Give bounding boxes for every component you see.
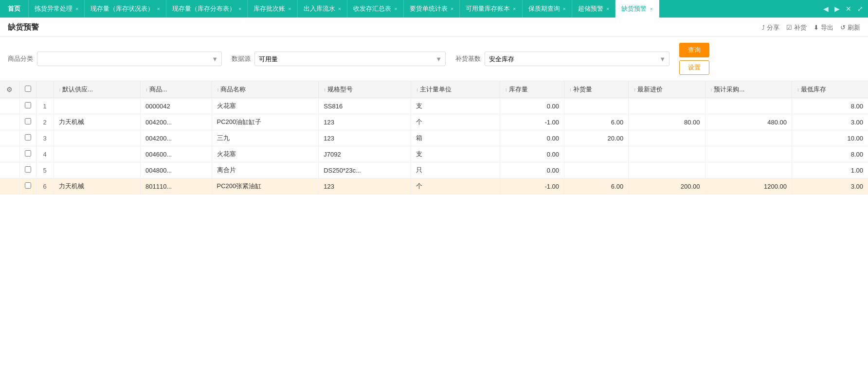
tab-batch-account[interactable]: 库存批次账×: [248, 0, 297, 18]
tab-close-recv-summary[interactable]: ×: [394, 6, 397, 12]
tab-close-inout-flow[interactable]: ×: [338, 6, 341, 12]
tab-close-all-btn[interactable]: ✕: [843, 3, 854, 15]
tab-inout-flow[interactable]: 出入库流水×: [298, 0, 347, 18]
tab-label-home: 首页: [8, 4, 20, 13]
td-settings-4: [0, 162, 19, 178]
tab-close-inventory-status[interactable]: ×: [157, 6, 160, 12]
datasource-label: 数据源: [232, 54, 251, 63]
tab-close-overstock[interactable]: ×: [606, 6, 609, 12]
tab-close-demand-stat[interactable]: ×: [451, 6, 453, 12]
td-unit-0: 支: [411, 98, 500, 114]
row-checkbox-0[interactable]: [25, 102, 31, 108]
table-header: ⚙ 默认供应... 商品... 商品名称 规格型号 主计量单位 库存量 补货量 …: [0, 81, 868, 98]
td-latest-price-5: 200.00: [629, 178, 705, 194]
td-stock-1: -1.00: [500, 114, 564, 130]
tab-label-shortage: 缺货预警: [621, 4, 647, 13]
share-btn[interactable]: ⤴ 分享: [762, 23, 779, 32]
td-rownum-1: 2: [36, 114, 54, 130]
th-product-code[interactable]: 商品...: [141, 81, 212, 98]
td-min-stock-1: 3.00: [792, 114, 868, 130]
td-checkbox-2: [19, 130, 36, 146]
td-rownum-2: 3: [36, 130, 54, 146]
tab-inventory-dist[interactable]: 现存量（库存分布表）×: [166, 0, 248, 18]
th-checkbox: [19, 81, 36, 98]
replenish-base-select[interactable]: 安全库存: [485, 52, 669, 66]
category-select[interactable]: [37, 52, 222, 66]
td-unit-5: 个: [411, 178, 500, 194]
td-code-3: 004600...: [141, 146, 212, 162]
table-row: 2 力天机械 004200... PC200油缸缸子 123 个 -1.00 6…: [0, 114, 868, 130]
select-all-checkbox[interactable]: [25, 86, 31, 92]
tab-home[interactable]: 首页: [0, 0, 29, 18]
tab-overstock[interactable]: 超储预警×: [572, 0, 615, 18]
refresh-btn[interactable]: ↺ 刷新: [840, 23, 860, 32]
td-spec-5: 123: [319, 178, 411, 194]
tab-label-available-ledger: 可用量库存账本: [466, 4, 510, 13]
tab-close-inventory-dist[interactable]: ×: [238, 6, 241, 12]
th-replenish[interactable]: 补货量: [564, 81, 629, 98]
tab-label-inventory-dist: 现存量（库存分布表）: [172, 4, 235, 13]
settings-button[interactable]: 设置: [679, 60, 709, 75]
td-checkbox-0: [19, 98, 36, 114]
row-checkbox-3[interactable]: [25, 150, 31, 157]
tab-exception[interactable]: 拣货异常处理×: [29, 0, 85, 18]
td-latest-price-3: [629, 146, 705, 162]
tab-shortage[interactable]: 缺货预警×: [615, 0, 659, 18]
td-name-0: 火花塞: [212, 98, 319, 114]
td-supplier-5: 力天机械: [54, 178, 141, 194]
tab-close-exception[interactable]: ×: [75, 6, 78, 12]
tab-bar: 首页拣货异常处理×现存量（库存状况表）×现存量（库存分布表）×库存批次账×出入库…: [0, 0, 868, 18]
tab-close-expiry-query[interactable]: ×: [563, 6, 566, 12]
tab-label-expiry-query: 保质期查询: [528, 4, 560, 13]
th-est-purchase[interactable]: 预计采购...: [705, 81, 792, 98]
row-checkbox-2[interactable]: [25, 134, 31, 141]
td-settings-0: [0, 98, 19, 114]
category-select-wrapper: ▼: [37, 52, 222, 66]
export-btn[interactable]: ⬇ 导出: [814, 23, 833, 32]
td-code-4: 004800...: [141, 162, 212, 178]
tab-expand-btn[interactable]: ⤢: [854, 3, 866, 15]
row-checkbox-5[interactable]: [25, 182, 31, 189]
tab-expiry-query[interactable]: 保质期查询×: [523, 0, 572, 18]
tab-available-ledger[interactable]: 可用量库存账本×: [460, 0, 522, 18]
datasource-select[interactable]: 可用量: [254, 52, 446, 66]
th-unit[interactable]: 主计量单位: [411, 81, 500, 98]
td-spec-2: 123: [319, 130, 411, 146]
td-settings-2: [0, 130, 19, 146]
td-est-purchase-5: 1200.00: [705, 178, 792, 194]
th-stock[interactable]: 库存量: [500, 81, 564, 98]
tab-label-recv-summary: 收发存汇总表: [353, 4, 391, 13]
tab-recv-summary[interactable]: 收发存汇总表×: [347, 0, 403, 18]
replenish-btn[interactable]: ☑ 补货: [786, 23, 807, 32]
td-rownum-5: 6: [36, 178, 54, 194]
row-checkbox-4[interactable]: [25, 166, 31, 173]
data-table: ⚙ 默认供应... 商品... 商品名称 规格型号 主计量单位 库存量 补货量 …: [0, 81, 868, 194]
th-product-name[interactable]: 商品名称: [212, 81, 319, 98]
th-latest-price[interactable]: 最新进价: [629, 81, 705, 98]
tab-inventory-status[interactable]: 现存量（库存状况表）×: [85, 0, 166, 18]
tab-close-shortage[interactable]: ×: [650, 6, 652, 12]
td-stock-5: -1.00: [500, 178, 564, 194]
row-checkbox-1[interactable]: [25, 118, 31, 124]
th-default-supplier[interactable]: 默认供应...: [54, 81, 141, 98]
td-rownum-3: 4: [36, 146, 54, 162]
tab-close-batch-account[interactable]: ×: [288, 6, 291, 12]
th-spec[interactable]: 规格型号: [319, 81, 411, 98]
td-settings-5: [0, 178, 19, 194]
tab-prev-btn[interactable]: ◀: [820, 3, 832, 15]
tab-close-available-ledger[interactable]: ×: [513, 6, 516, 12]
tab-next-btn[interactable]: ▶: [832, 3, 843, 15]
td-unit-2: 箱: [411, 130, 500, 146]
table-settings-icon[interactable]: ⚙: [6, 86, 13, 93]
filter-actions: 查询 设置: [679, 43, 709, 75]
td-latest-price-4: [629, 162, 705, 178]
header-actions: ⤴ 分享 ☑ 补货 ⬇ 导出 ↺ 刷新: [762, 23, 860, 32]
query-button[interactable]: 查询: [679, 43, 709, 57]
tab-demand-stat[interactable]: 要货单统计表×: [404, 0, 460, 18]
export-icon: ⬇: [814, 24, 819, 31]
table-row: 1 0000042 火花塞 SS816 支 0.00 8.00: [0, 98, 868, 114]
th-min-stock[interactable]: 最低库存: [792, 81, 868, 98]
td-name-3: 火花塞: [212, 146, 319, 162]
td-latest-price-2: [629, 130, 705, 146]
replenish-base-label: 补货基数: [455, 54, 481, 63]
